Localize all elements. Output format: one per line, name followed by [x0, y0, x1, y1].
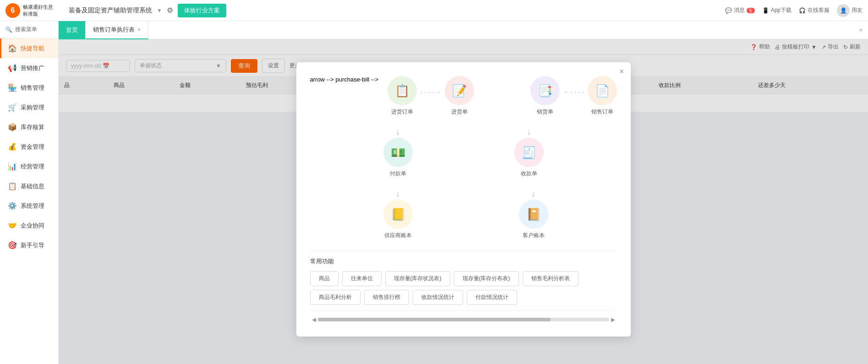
top-bar-right: 💬 消息 5 📱 App下载 🎧 在线客服 👤 用友 — [725, 4, 863, 17]
logo-icon: 6 — [5, 3, 20, 18]
func-btn-3[interactable]: 现存量(库存分布表) — [454, 271, 519, 286]
sidebar-item-newbie[interactable]: 🎯新手引导 — [0, 235, 58, 255]
sidebar-item-purchase[interactable]: 🛒采购管理 — [0, 98, 58, 117]
sales-icon: 🏪 — [8, 83, 17, 92]
scroll-right-icon[interactable]: ▶ — [609, 316, 617, 323]
logo-area: 6 畅康通好生意 标准版 — [5, 3, 64, 18]
logo-text: 畅康通好生意 标准版 — [23, 4, 53, 17]
sidebar-label-sales: 销售管理 — [21, 84, 44, 92]
sidebar-item-marketing[interactable]: 📢营销推广 — [0, 58, 58, 78]
message-badge: 5 — [747, 8, 755, 13]
sales-bill-icon: 📑 — [530, 76, 560, 105]
quick-nav-icon: 🏠 — [8, 44, 17, 53]
sidebar-item-finance[interactable]: 💰资金管理 — [0, 137, 58, 157]
tab-home[interactable]: 首页 — [59, 21, 86, 39]
main-area: 🔍 搜索菜单 🏠快捷导航📢营销推广🏪销售管理🛒采购管理📦库存核算💰资金管理📊经营… — [0, 21, 868, 364]
flow-node-purchase-bill[interactable]: 📝 进货单 — [445, 76, 474, 116]
service-icon: 🎧 — [799, 7, 806, 14]
newbie-icon: 🎯 — [8, 241, 17, 250]
app-wrapper: 6 畅康通好生意 标准版 装备及固定资产辅助管理系统 ▼ ⚙ 体验行业方案 💬 … — [0, 0, 868, 364]
sidebar-search[interactable]: 🔍 搜索菜单 — [0, 21, 58, 38]
inventory-icon: 📦 — [8, 123, 17, 131]
download-icon: 📱 — [762, 7, 769, 14]
flow-node-receipt[interactable]: 🧾 收款单 — [514, 138, 544, 178]
sidebar-item-sales[interactable]: 🏪销售管理 — [0, 78, 58, 98]
sidebar-item-inventory[interactable]: 📦库存核算 — [0, 117, 58, 137]
func-btn-8[interactable]: 付款情况统计 — [467, 290, 517, 305]
message-button[interactable]: 💬 消息 5 — [725, 6, 755, 14]
payment-icon: 💵 — [383, 138, 413, 167]
system-title: 装备及固定资产辅助管理系统 — [69, 6, 152, 15]
receipt-label: 收款单 — [521, 170, 537, 178]
basic-info-icon: 📋 — [8, 182, 17, 190]
finance-icon: 💰 — [8, 142, 17, 151]
scroll-left-icon[interactable]: ◀ — [310, 316, 318, 323]
sales-order-icon: 📄 — [588, 76, 617, 105]
purchase-bill-label: 进货单 — [451, 108, 468, 116]
flow-node-supplier-account[interactable]: 📒 供应商账本 — [383, 200, 413, 239]
common-func-title: 常用功能 — [310, 257, 617, 266]
system-icon: ⚙️ — [8, 201, 17, 210]
tab-bar: 首页 销售订单执行表 × × — [59, 21, 868, 39]
user-avatar: 👤 — [837, 4, 850, 17]
user-area[interactable]: 👤 用友 — [837, 4, 863, 17]
sidebar-label-system: 系统管理 — [21, 202, 44, 210]
sidebar-label-basic-info: 基础信息 — [21, 182, 44, 190]
purchase-icon: 🛒 — [8, 103, 17, 112]
flow-node-customer-account[interactable]: 📔 客户账本 — [519, 200, 548, 239]
sales-order-label: 销售订单 — [591, 108, 613, 116]
sidebar-item-operations[interactable]: 📊经营管理 — [0, 157, 58, 176]
tab-close-icon[interactable]: × — [137, 27, 141, 33]
supplier-account-icon: 📒 — [383, 200, 413, 229]
app-download-button[interactable]: 📱 App下载 — [762, 6, 792, 14]
supplier-account-label: 供应商账本 — [384, 232, 412, 239]
purchase-order-icon: 📋 — [388, 76, 417, 105]
flow-node-sales-bill[interactable]: 📑 销货单 — [530, 76, 560, 116]
flow-node-purchase-order[interactable]: 📋 进货订单 — [388, 76, 417, 116]
sidebar-label-marketing: 营销推广 — [21, 64, 44, 72]
flow-node-sales-order[interactable]: 📄 销售订单 — [588, 76, 617, 116]
purchase-order-label: 进货订单 — [391, 108, 413, 116]
func-btn-5[interactable]: 商品毛利分析 — [310, 290, 360, 305]
scroll-track[interactable] — [318, 318, 609, 321]
func-buttons-row1: 商品往来单位现存量(库存状况表)现存量(库存分布表)销售毛利分析表商品毛利分析销… — [310, 271, 617, 305]
enterprise-icon: 🤝 — [8, 221, 17, 230]
scroll-thumb — [318, 318, 551, 321]
func-btn-0[interactable]: 商品 — [310, 271, 338, 286]
tab-sales-order-exec[interactable]: 销售订单执行表 × — [86, 21, 148, 39]
sidebar-label-finance: 资金管理 — [21, 143, 44, 151]
sidebar-label-enterprise: 企业协同 — [21, 222, 44, 230]
sidebar-nav: 🏠快捷导航📢营销推广🏪销售管理🛒采购管理📦库存核算💰资金管理📊经营管理📋基础信息… — [0, 38, 58, 364]
search-icon: 🔍 — [5, 27, 12, 33]
modal-overlay[interactable]: × arrow --> purchase-bill --> 📋 进货订单 — [59, 39, 868, 364]
experience-button[interactable]: 体验行业方案 — [178, 4, 226, 17]
message-icon: 💬 — [725, 7, 732, 14]
sidebar-item-quick-nav[interactable]: 🏠快捷导航 — [0, 38, 58, 58]
payment-label: 付款单 — [390, 170, 406, 178]
sidebar-label-inventory: 库存核算 — [21, 123, 44, 131]
sidebar-label-newbie: 新手引导 — [21, 241, 44, 250]
receipt-icon: 🧾 — [514, 138, 544, 167]
settings-icon[interactable]: ⚙ — [167, 6, 173, 15]
func-btn-4[interactable]: 销售毛利分析表 — [523, 271, 579, 286]
home-tab-label: 首页 — [66, 26, 78, 34]
top-bar: 6 畅康通好生意 标准版 装备及固定资产辅助管理系统 ▼ ⚙ 体验行业方案 💬 … — [0, 0, 868, 21]
customer-account-label: 客户账本 — [523, 232, 545, 239]
sidebar-item-enterprise[interactable]: 🤝企业协同 — [0, 216, 58, 235]
sidebar: 🔍 搜索菜单 🏠快捷导航📢营销推广🏪销售管理🛒采购管理📦库存核算💰资金管理📊经营… — [0, 21, 59, 364]
sidebar-item-basic-info[interactable]: 📋基础信息 — [0, 176, 58, 196]
active-tab-label: 销售订单执行表 — [93, 26, 135, 34]
online-service-button[interactable]: 🎧 在线客服 — [799, 6, 830, 14]
modal-close-button[interactable]: × — [619, 67, 624, 76]
system-dropdown-icon[interactable]: ▼ — [157, 7, 162, 14]
func-btn-1[interactable]: 往来单位 — [342, 271, 382, 286]
func-btn-2[interactable]: 现存量(库存状况表) — [385, 271, 450, 286]
content-area: 首页 销售订单执行表 × × ❓ 帮助 — [59, 21, 868, 364]
sidebar-label-operations: 经营管理 — [21, 163, 44, 171]
sidebar-item-system[interactable]: ⚙️系统管理 — [0, 196, 58, 216]
flow-node-payment[interactable]: 💵 付款单 — [383, 138, 413, 178]
page-content: ❓ 帮助 🖨 按模板打印 ▼ ↗ 导出 ↻ — [59, 39, 868, 364]
func-btn-7[interactable]: 收款情况统计 — [413, 290, 463, 305]
tab-bar-close-right[interactable]: × — [853, 27, 868, 33]
func-btn-6[interactable]: 销售排行榜 — [364, 290, 409, 305]
